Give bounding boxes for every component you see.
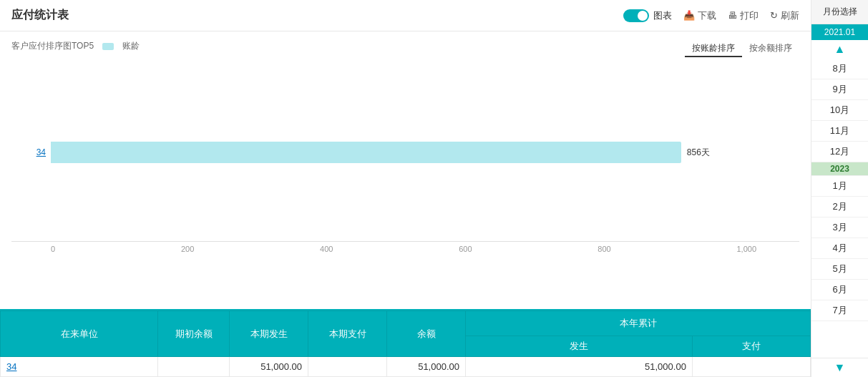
sidebar-month-8[interactable]: 8月	[811, 59, 868, 79]
sidebar-header: 月份选择	[811, 0, 868, 24]
sidebar-month-9[interactable]: 9月	[811, 79, 868, 100]
x-axis-1000: 1,000	[736, 245, 756, 253]
chart-legend: 客户应付排序图TOP5 账龄	[11, 40, 140, 52]
sidebar-month-2[interactable]: 2月	[811, 197, 868, 217]
sidebar-current-value: 2021.01	[811, 24, 868, 40]
sort-tab-age[interactable]: 按账龄排序	[685, 41, 742, 57]
chart-toggle[interactable]	[623, 9, 649, 22]
table-body: 34 51,000.00 51,000.00 51,000.00	[1, 357, 811, 377]
col-occur-header: 本期发生	[230, 311, 308, 357]
x-axis-0: 0	[51, 245, 55, 253]
sidebar-year-2023[interactable]: 2023	[811, 162, 868, 176]
print-icon: 🖶	[728, 10, 737, 21]
download-button[interactable]: 📥 下载	[683, 9, 716, 22]
sidebar: 月份选择 2021.01 ▲ 8月 9月 10月 11月 12月 2023 1月…	[811, 0, 868, 377]
sidebar-month-10[interactable]: 10月	[811, 100, 868, 121]
sidebar-month-1[interactable]: 1月	[811, 176, 868, 197]
cell-unit[interactable]: 34	[1, 357, 158, 377]
chart-toggle-wrap: 图表	[623, 9, 672, 22]
x-axis-200: 200	[181, 245, 194, 253]
unit-link[interactable]: 34	[6, 361, 16, 372]
cell-balance: 51,000.00	[387, 357, 466, 377]
col-ytd-pay-header: 支付	[692, 336, 810, 357]
page-title: 应付统计表	[11, 8, 69, 23]
sidebar-month-4[interactable]: 4月	[811, 238, 868, 259]
cell-occur: 51,000.00	[230, 357, 308, 377]
bar-chart-area: 34 856天	[11, 67, 799, 238]
col-ytd-occur-header: 发生	[466, 336, 693, 357]
x-axis: 0 200 400 600 800 1,000	[11, 241, 799, 253]
bar-label-34[interactable]: 34	[17, 147, 46, 157]
sidebar-month-3[interactable]: 3月	[811, 217, 868, 238]
x-axis-600: 600	[459, 245, 472, 253]
chart-toggle-label: 图表	[653, 9, 672, 22]
sort-tabs: 按账龄排序 按余额排序	[685, 41, 799, 57]
cell-pay	[308, 357, 387, 377]
table-section: 在来单位 期初余额 本期发生 本期支付 余额 本年累计 发生 支付 34 51,…	[0, 309, 811, 377]
legend-color-box	[102, 43, 114, 50]
bar-row-34: 34 856天	[11, 142, 799, 163]
x-axis-800: 800	[598, 245, 610, 253]
col-balance-header: 余额	[387, 311, 466, 357]
legend-label: 客户应付排序图TOP5	[11, 40, 94, 52]
sidebar-month-5[interactable]: 5月	[811, 259, 868, 280]
sidebar-month-list: 8月 9月 10月 11月 12月 2023 1月 2月 3月 4月 5月 6月…	[811, 59, 868, 358]
print-label: 打印	[740, 9, 759, 22]
col-pay-header: 本期支付	[308, 311, 387, 357]
col-unit-header: 在来单位	[1, 311, 158, 357]
table-header-row: 在来单位 期初余额 本期发生 本期支付 余额 本年累计	[1, 311, 811, 336]
refresh-icon: ↻	[770, 10, 778, 21]
header: 应付统计表 图表 📥 下载 🖶 打印 ↻ 刷新	[0, 0, 811, 31]
sidebar-up-button[interactable]: ▲	[811, 40, 868, 59]
header-actions: 图表 📥 下载 🖶 打印 ↻ 刷新	[623, 9, 799, 22]
sidebar-month-7[interactable]: 7月	[811, 300, 868, 321]
bar-fill-34	[51, 142, 681, 163]
chart-section: 客户应付排序图TOP5 账龄 按账龄排序 按余额排序 34 856天 0	[0, 31, 811, 309]
col-ytd-header: 本年累计	[466, 311, 811, 336]
sidebar-down-button[interactable]: ▼	[811, 358, 868, 377]
bar-end-label-34: 856天	[687, 147, 710, 159]
chart-header: 客户应付排序图TOP5 账龄 按账龄排序 按余额排序	[11, 40, 799, 58]
sort-tab-balance[interactable]: 按余额排序	[742, 41, 799, 57]
x-axis-400: 400	[320, 245, 333, 253]
cell-opening	[158, 357, 230, 377]
main-content: 应付统计表 图表 📥 下载 🖶 打印 ↻ 刷新 客户应付排序图TOP5	[0, 0, 811, 377]
sidebar-month-6[interactable]: 6月	[811, 280, 868, 300]
sidebar-month-11[interactable]: 11月	[811, 121, 868, 142]
legend-color-label: 账龄	[122, 40, 140, 52]
table-row: 34 51,000.00 51,000.00 51,000.00	[1, 357, 811, 377]
refresh-label: 刷新	[781, 9, 799, 22]
print-button[interactable]: 🖶 打印	[728, 9, 759, 22]
bar-chart-container: 34 856天 0 200 400 600 800 1,000	[11, 67, 799, 267]
refresh-button[interactable]: ↻ 刷新	[770, 9, 799, 22]
col-opening-header: 期初余额	[158, 311, 230, 357]
data-table: 在来单位 期初余额 本期发生 本期支付 余额 本年累计 发生 支付 34 51,…	[0, 310, 811, 377]
sidebar-month-12[interactable]: 12月	[811, 142, 868, 162]
download-icon: 📥	[683, 10, 695, 21]
cell-ytd-pay	[692, 357, 810, 377]
cell-ytd-occur: 51,000.00	[466, 357, 693, 377]
download-label: 下载	[698, 9, 716, 22]
